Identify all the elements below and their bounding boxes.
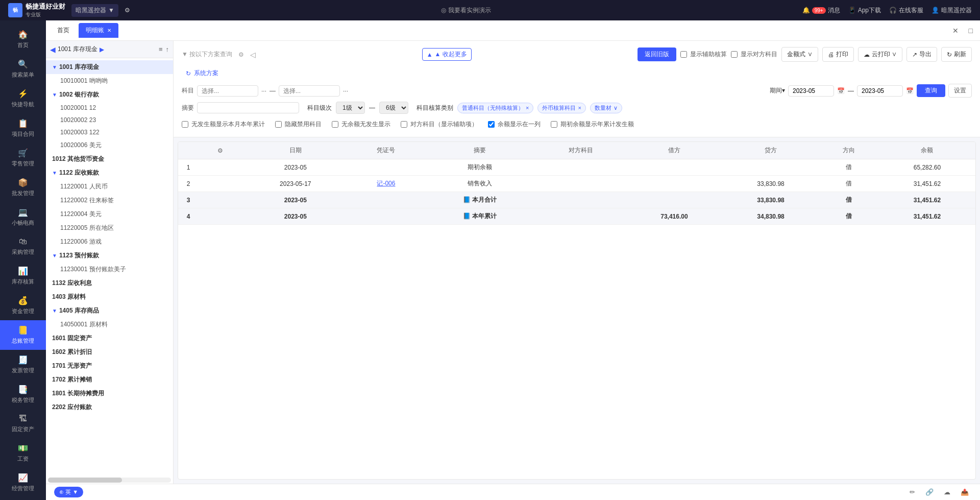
settings-btn[interactable]: ⚙ xyxy=(125,7,130,14)
tag-expand-icon[interactable]: ∨ xyxy=(614,105,618,111)
account-item[interactable]: ▼ 1123 预付账款 xyxy=(46,249,173,263)
voucher-link[interactable]: 记-006 xyxy=(377,180,395,187)
tag-close-icon[interactable]: × xyxy=(526,105,529,111)
account-item[interactable]: 1801 长期待摊费用 xyxy=(46,387,173,400)
no-balance-checkbox[interactable]: 无发生额显示本月本年累计 xyxy=(182,120,265,129)
tag-quantity[interactable]: 数量材 ∨ xyxy=(590,103,622,113)
account-item[interactable]: 1701 无形资产 xyxy=(46,359,173,373)
sidebar-item-wholesale[interactable]: 📦 批发管理 xyxy=(0,173,46,202)
tab-close-icon[interactable]: ✕ xyxy=(949,26,962,36)
tab-home[interactable]: 首页 xyxy=(50,23,77,38)
show-aux-checkbox[interactable]: 显示辅助核算 xyxy=(680,50,727,59)
summary-input[interactable] xyxy=(197,102,299,113)
sidebar-item-ledger[interactable]: 📒 总账管理 xyxy=(0,320,46,350)
sidebar-item-expense[interactable]: 🧳 小畅报销 xyxy=(0,497,46,500)
account-item[interactable]: 10020001 12 xyxy=(46,102,173,114)
account-item[interactable]: 11220005 所在地区 xyxy=(46,221,173,235)
period-start-input[interactable] xyxy=(788,85,834,97)
account-item[interactable]: 1602 累计折旧 xyxy=(46,345,173,359)
export-btn[interactable]: ↗ 导出 xyxy=(906,47,937,62)
sidebar-item-operations[interactable]: 📈 经营管理 xyxy=(0,468,46,497)
tag-close-icon[interactable]: × xyxy=(578,105,581,111)
link-icon[interactable]: 🔗 xyxy=(922,487,937,497)
account-item[interactable]: ▼ 1122 应收账款 xyxy=(46,166,173,180)
account-item[interactable]: 11220001 人民币 xyxy=(46,180,173,194)
account-item[interactable]: ▼ 1001 库存现金 xyxy=(46,60,173,74)
show-subject-checkbox[interactable]: 显示对方科目 xyxy=(731,50,777,59)
collapse-icon[interactable]: ◁ xyxy=(250,51,256,59)
tab-detail[interactable]: 明细账 ✕ xyxy=(79,23,118,38)
sidebar-item-quick-nav[interactable]: ⚡ 快捷导航 xyxy=(0,84,46,113)
subject-level-from-select[interactable]: 1级2级3级 xyxy=(336,102,365,114)
counterpart-checkbox[interactable]: 对方科目（显示辅助项） xyxy=(401,120,478,129)
period-end-calendar-icon[interactable]: 📅 xyxy=(906,87,914,94)
app-download-btn[interactable]: 📱 App下载 xyxy=(848,6,881,15)
edit-icon[interactable]: ✏ xyxy=(906,487,918,497)
counterpart-check-input[interactable] xyxy=(401,121,407,128)
demo-link[interactable]: ◎ 我要看实例演示 xyxy=(441,6,491,15)
sidebar-item-salary[interactable]: 💵 工资 xyxy=(0,438,46,468)
account-item[interactable]: 11220004 美元 xyxy=(46,207,173,221)
account-item[interactable]: 10020006 美元 xyxy=(46,138,173,152)
sidebar-item-home[interactable]: 🏠 首页 xyxy=(0,25,46,54)
no-remain-check-input[interactable] xyxy=(332,121,338,128)
sidebar-item-retail[interactable]: 🛒 零售管理 xyxy=(0,143,46,173)
account-item[interactable]: 2202 应付账款 xyxy=(46,400,173,414)
lang-btn[interactable]: ⊕ 英 ▼ xyxy=(54,487,83,497)
subject-input[interactable] xyxy=(197,85,258,97)
sidebar-item-purchase[interactable]: 🛍 采购管理 xyxy=(0,232,46,261)
sidebar-item-fixed-assets[interactable]: 🏗 固定资产 xyxy=(0,409,46,438)
filter-settings-icon[interactable]: ⚙ xyxy=(238,51,244,58)
nav-arrow-icon[interactable]: ◀ xyxy=(50,45,56,54)
account-item[interactable]: 10010001 哟哟哟 xyxy=(46,74,173,88)
sidebar-item-capital[interactable]: 💰 资金管理 xyxy=(0,291,46,320)
cell-voucher[interactable]: 记-006 xyxy=(349,176,424,192)
tree-scrollbar[interactable] xyxy=(48,478,171,483)
return-old-btn[interactable]: 返回旧版 xyxy=(638,47,676,61)
print-btn[interactable]: 🖨 打印 xyxy=(822,47,854,62)
tag-foreign-subject[interactable]: 外币核算科目 × xyxy=(537,103,585,113)
account-item[interactable]: 11230001 预付账款美子 xyxy=(46,263,173,276)
sidebar-item-project[interactable]: 📋 项目合同 xyxy=(0,113,46,143)
sidebar-item-tax[interactable]: 📑 税务管理 xyxy=(0,379,46,409)
setting-btn[interactable]: 设置 xyxy=(948,84,972,98)
account-item[interactable]: 11220002 往来标签 xyxy=(46,194,173,207)
system-scheme-item[interactable]: ↻ 系统方案 xyxy=(182,67,223,80)
account-item[interactable]: ▼ 1405 库存商品 xyxy=(46,304,173,318)
hide-disabled-checkbox[interactable]: 隐藏禁用科目 xyxy=(275,120,322,129)
no-balance-check-input[interactable] xyxy=(182,121,188,128)
tree-up-icon[interactable]: ↑ xyxy=(166,45,169,53)
expand-collapse-btn[interactable]: ▲ ▲ 收起更多 xyxy=(422,48,472,61)
account-item[interactable]: 1403 原材料 xyxy=(46,290,173,304)
subject-end-input[interactable] xyxy=(279,85,340,97)
initial-balance-checkbox[interactable]: 期初余额显示年累计发生额 xyxy=(551,120,634,129)
notification-btn[interactable]: 🔔 99+ 消息 xyxy=(802,6,840,15)
tree-menu-icon[interactable]: ≡ xyxy=(159,45,163,53)
show-subject-check-input[interactable] xyxy=(731,51,738,58)
online-service-btn[interactable]: 🎧 在线客服 xyxy=(889,6,923,15)
company-selector[interactable]: 暗黑遥控器 ▼ xyxy=(71,4,118,17)
cloud-print-btn[interactable]: ☁ 云打印 ∨ xyxy=(858,47,902,62)
sidebar-item-ecom[interactable]: 💻 小畅电商 xyxy=(0,202,46,232)
no-remain-checkbox[interactable]: 无余额无发生显示 xyxy=(332,120,390,129)
show-aux-check-input[interactable] xyxy=(680,51,687,58)
subject-level-to-select[interactable]: 6级5级4级 xyxy=(379,102,408,114)
account-item[interactable]: 14050001 原材料 xyxy=(46,318,173,331)
balance-one-col-checkbox[interactable]: 余额显示在一列 xyxy=(488,120,541,129)
period-end-input[interactable] xyxy=(857,85,903,97)
balance-one-col-check-input[interactable] xyxy=(488,121,495,128)
refresh-btn[interactable]: ↻ 刷新 xyxy=(941,47,972,62)
query-btn[interactable]: 查询 xyxy=(917,84,945,97)
account-item[interactable]: ▼ 1002 银行存款 xyxy=(46,88,173,102)
account-item[interactable]: 1601 固定资产 xyxy=(46,331,173,345)
account-item[interactable]: 10020002 23 xyxy=(46,114,173,126)
settings-col-header[interactable]: ⚙ xyxy=(199,142,242,159)
account-item[interactable]: 11220006 游戏 xyxy=(46,235,173,249)
tab-close-btn[interactable]: ✕ xyxy=(107,28,111,33)
account-item[interactable]: 1132 应收利息 xyxy=(46,276,173,290)
initial-balance-check-input[interactable] xyxy=(551,121,557,128)
account-item[interactable]: 1702 累计摊销 xyxy=(46,373,173,387)
tab-maximize-icon[interactable]: □ xyxy=(966,26,976,36)
account-item[interactable]: 1012 其他货币资金 xyxy=(46,152,173,166)
upload-icon[interactable]: 📤 xyxy=(958,487,972,497)
